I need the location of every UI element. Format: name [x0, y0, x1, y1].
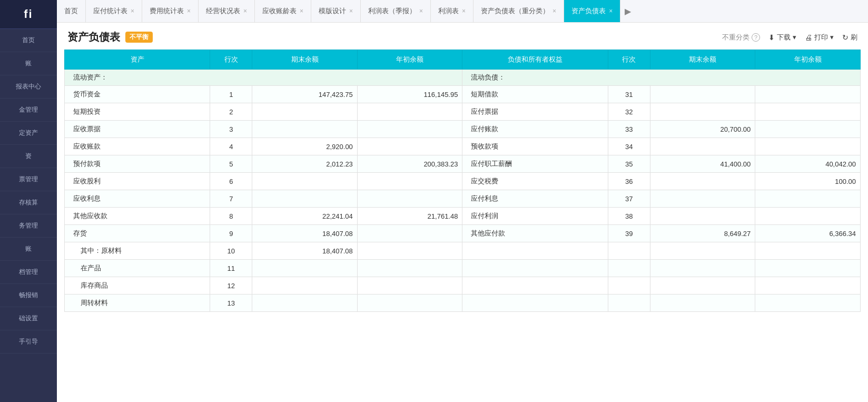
row-left-end[interactable] — [252, 260, 358, 277]
row-left-begin[interactable] — [357, 121, 462, 138]
sidebar-item-fund-mgmt[interactable]: 金管理 — [0, 99, 57, 122]
row-left-begin[interactable]: 21,761.48 — [357, 208, 462, 225]
row-right-end[interactable] — [650, 242, 755, 260]
row-left-end[interactable] — [252, 295, 358, 312]
row-left-end[interactable] — [252, 173, 358, 190]
row-left-begin[interactable] — [357, 242, 462, 260]
row-right-begin[interactable] — [755, 277, 861, 295]
tab-scroll-right[interactable]: ▶ — [620, 0, 635, 22]
row-right-end[interactable] — [650, 86, 755, 103]
tab-balance-reclassified[interactable]: 资产负债表（重分类）× — [474, 0, 564, 22]
row-left-begin[interactable]: 116,145.95 — [357, 86, 462, 103]
row-right-begin[interactable] — [755, 242, 861, 260]
tab-template-design-label: 模版设计 — [319, 6, 346, 16]
tab-balance-reclassified-close[interactable]: × — [553, 7, 556, 15]
sidebar-item-guide[interactable]: 手引导 — [0, 330, 57, 354]
row-left-begin[interactable]: 200,383.23 — [357, 155, 462, 173]
row-left-end[interactable] — [252, 121, 358, 138]
tab-template-design[interactable]: 模版设计× — [311, 0, 361, 22]
tab-ops-status[interactable]: 经营状况表× — [199, 0, 255, 22]
tab-balance-close[interactable]: × — [609, 7, 613, 15]
tab-payable-stats-close[interactable]: × — [131, 7, 134, 15]
sidebar-item-affairs[interactable]: 务管理 — [0, 214, 57, 238]
tab-bar: 首页 应付统计表× 费用统计表× 经营状况表× 应收账龄表× 模版设计× 利润表… — [57, 0, 868, 23]
tab-profit[interactable]: 利润表× — [431, 0, 474, 22]
sidebar-item-report-center[interactable]: 报表中心 — [0, 75, 57, 99]
tab-payable-stats[interactable]: 应付统计表× — [86, 0, 142, 22]
tab-profit-quarterly-close[interactable]: × — [419, 7, 423, 15]
row-left-end[interactable] — [252, 190, 358, 208]
row-left-begin[interactable] — [357, 138, 462, 155]
tab-expense-stats-close[interactable]: × — [187, 7, 191, 15]
refresh-button[interactable]: ↻ 刷 — [842, 33, 857, 42]
row-left-begin[interactable] — [357, 190, 462, 208]
row-left-begin[interactable] — [357, 103, 462, 121]
row-left-label: 货币资金 — [65, 86, 210, 103]
sidebar-item-inventory[interactable]: 存核算 — [0, 191, 57, 214]
row-right-begin[interactable] — [755, 295, 861, 312]
sidebar-item-home[interactable]: 首页 — [0, 29, 57, 52]
download-button[interactable]: ⬇ 下载 ▾ — [768, 33, 796, 42]
row-right-end[interactable]: 8,649.27 — [650, 225, 755, 242]
tab-profit-quarterly[interactable]: 利润表（季报）× — [361, 0, 431, 22]
row-right-end[interactable] — [650, 173, 755, 190]
tab-profit-close[interactable]: × — [462, 7, 466, 15]
sidebar-item-ticket-mgmt[interactable]: 票管理 — [0, 168, 57, 191]
sidebar-item-expense[interactable]: 畅报销 — [0, 284, 57, 307]
row-left-begin[interactable] — [357, 295, 462, 312]
row-left-end[interactable]: 2,920.00 — [252, 138, 358, 155]
row-right-end[interactable]: 20,700.00 — [650, 121, 755, 138]
row-right-end[interactable] — [650, 103, 755, 121]
row-right-begin[interactable]: 6,366.34 — [755, 225, 861, 242]
row-left-end[interactable]: 18,407.08 — [252, 225, 358, 242]
sidebar-item-fixed-assets[interactable]: 定资产 — [0, 122, 57, 145]
row-left-end[interactable] — [252, 103, 358, 121]
row-right-begin[interactable] — [755, 103, 861, 121]
row-left-begin[interactable] — [357, 260, 462, 277]
row-right-begin[interactable] — [755, 138, 861, 155]
tab-receivable-aging-close[interactable]: × — [300, 7, 303, 15]
tab-expense-stats-label: 费用统计表 — [150, 6, 184, 16]
row-right-end[interactable] — [650, 190, 755, 208]
header-end-balance: 期末余额 — [252, 50, 358, 70]
row-right-end[interactable]: 41,400.00 — [650, 155, 755, 173]
row-left-end[interactable]: 147,423.75 — [252, 86, 358, 103]
row-right-begin[interactable] — [755, 260, 861, 277]
sidebar-item-archive[interactable]: 档管理 — [0, 261, 57, 284]
row-left-end[interactable] — [252, 277, 358, 295]
row-left-end[interactable]: 2,012.23 — [252, 155, 358, 173]
row-right-begin[interactable] — [755, 86, 861, 103]
row-right-begin[interactable] — [755, 208, 861, 225]
row-right-begin[interactable]: 40,042.00 — [755, 155, 861, 173]
row-left-end[interactable]: 22,241.04 — [252, 208, 358, 225]
row-left-label: 其中：原材料 — [65, 242, 210, 260]
tab-ops-status-close[interactable]: × — [243, 7, 247, 15]
page-title-area: 资产负债表 不平衡 — [67, 30, 153, 44]
tab-expense-stats[interactable]: 费用统计表× — [142, 0, 199, 22]
main-area: 首页 应付统计表× 费用统计表× 经营状况表× 应收账龄表× 模版设计× 利润表… — [57, 0, 868, 402]
row-right-end[interactable] — [650, 208, 755, 225]
row-left-begin[interactable] — [357, 277, 462, 295]
sidebar-item-account[interactable]: 账 — [0, 52, 57, 75]
tab-home[interactable]: 首页 — [57, 0, 86, 22]
sidebar-item-ledger[interactable]: 账 — [0, 238, 57, 261]
row-right-end[interactable] — [650, 277, 755, 295]
tab-receivable-aging[interactable]: 应收账龄表× — [255, 0, 311, 22]
row-left-begin[interactable] — [357, 173, 462, 190]
row-left-end[interactable]: 18,407.08 — [252, 242, 358, 260]
row-right-begin[interactable] — [755, 121, 861, 138]
sidebar-item-capital[interactable]: 资 — [0, 145, 57, 168]
tab-template-design-close[interactable]: × — [349, 7, 353, 15]
row-right-end[interactable] — [650, 260, 755, 277]
row-right-label: 预收款项 — [462, 138, 608, 155]
sidebar-item-settings[interactable]: 础设置 — [0, 307, 57, 330]
row-right-begin[interactable]: 100.00 — [755, 173, 861, 190]
tab-balance[interactable]: 资产负债表× — [564, 0, 620, 22]
row-right-begin[interactable] — [755, 190, 861, 208]
help-icon[interactable]: ? — [752, 33, 760, 42]
row-left-begin[interactable] — [357, 225, 462, 242]
row-right-end[interactable] — [650, 138, 755, 155]
print-button[interactable]: 🖨 打印 ▾ — [805, 33, 834, 42]
row-right-end[interactable] — [650, 295, 755, 312]
tab-receivable-aging-label: 应收账龄表 — [262, 6, 297, 16]
